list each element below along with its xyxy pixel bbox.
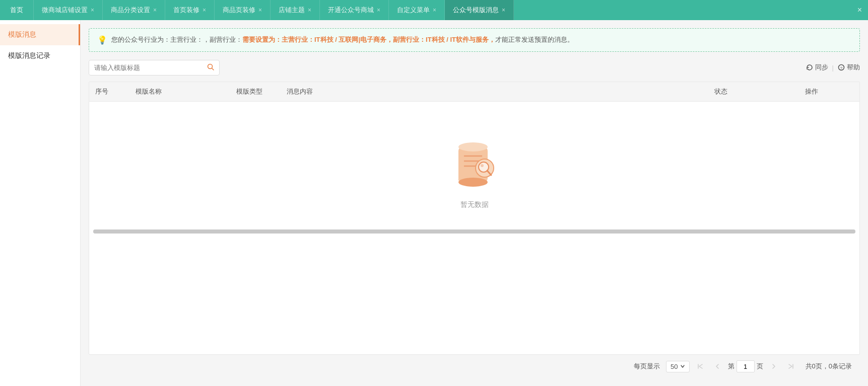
search-input[interactable]: [89, 61, 202, 74]
th-seq: 序号: [89, 82, 129, 101]
page-next-button[interactable]: [767, 360, 780, 373]
content-area: 💡 您的公众号行业为：主营行业：，副营行业：需要设置为：主营行业：IT科技 / …: [81, 20, 868, 386]
nav-tab-home-decor[interactable]: 首页装修 ×: [165, 0, 215, 20]
close-icon[interactable]: ×: [91, 7, 94, 14]
svg-point-14: [481, 164, 484, 167]
sync-icon: [806, 64, 813, 71]
svg-point-6: [458, 142, 488, 151]
nav-tab-micro-shop[interactable]: 微商城店铺设置 ×: [34, 0, 103, 20]
search-actions: 同步 | ? 帮助: [806, 63, 860, 72]
nav-tab-open-mall[interactable]: 开通公众号商城 ×: [320, 0, 389, 20]
horizontal-scrollbar[interactable]: [93, 229, 855, 234]
sidebar: 模版消息 模版消息记录: [0, 20, 81, 386]
close-icon[interactable]: ×: [308, 7, 311, 14]
search-button[interactable]: [202, 60, 219, 75]
empty-state: 暂无数据: [89, 102, 859, 229]
page-current: 第 页: [728, 360, 763, 372]
page-size-select[interactable]: 50: [666, 361, 689, 372]
empty-icon: [444, 132, 505, 192]
nav-tab-shop-theme[interactable]: 店铺主题 ×: [271, 0, 320, 20]
page-first-button[interactable]: [694, 360, 707, 373]
close-icon[interactable]: ×: [502, 7, 505, 14]
page-last-button[interactable]: [784, 360, 797, 373]
chevron-down-icon: [680, 364, 685, 369]
th-action: 操作: [799, 82, 859, 101]
sidebar-item-template-log[interactable]: 模版消息记录: [0, 45, 80, 66]
nav-tab-custom-menu[interactable]: 自定义菜单 ×: [389, 0, 445, 20]
chevron-left-icon: [714, 363, 720, 369]
notice-text: 您的公众号行业为：主营行业：，副营行业：需要设置为：主营行业：IT科技 / 互联…: [111, 35, 574, 45]
close-icon[interactable]: ×: [433, 7, 436, 14]
search-bar: 同步 | ? 帮助: [89, 60, 860, 75]
th-type: 模版类型: [230, 82, 281, 101]
page-size-label: 每页显示: [634, 362, 660, 371]
th-name: 模版名称: [129, 82, 230, 101]
chevron-right-icon: [771, 363, 777, 369]
sidebar-item-template-msg[interactable]: 模版消息: [0, 24, 80, 45]
empty-document-icon: [444, 132, 505, 192]
search-icon: [207, 63, 214, 70]
scrollbar-thumb[interactable]: [93, 229, 855, 234]
svg-text:?: ?: [840, 66, 843, 70]
th-status: 状态: [708, 82, 799, 101]
empty-text: 暂无数据: [460, 200, 489, 209]
help-icon: ?: [838, 64, 845, 71]
close-icon[interactable]: ×: [258, 7, 262, 14]
nav-tab-product-cat[interactable]: 商品分类设置 ×: [103, 0, 165, 20]
search-input-wrap: [89, 60, 220, 75]
page-first-icon: [697, 363, 703, 369]
content-inner: 💡 您的公众号行业为：主营行业：，副营行业：需要设置为：主营行业：IT科技 / …: [81, 20, 868, 386]
table-header: 序号 模版名称 模版类型 消息内容 状态 操作: [89, 82, 859, 102]
pagination: 每页显示 50: [89, 355, 860, 378]
notice-box: 💡 您的公众号行业为：主营行业：，副营行业：需要设置为：主营行业：IT科技 / …: [89, 28, 860, 52]
page-size-value: 50: [671, 363, 678, 370]
page-prev-button[interactable]: [711, 360, 724, 373]
data-table: 序号 模版名称 模版类型 消息内容 状态 操作: [89, 82, 860, 355]
nav-tab-template-msg[interactable]: 公众号模版消息 ×: [445, 0, 514, 20]
page-total: 共0页，0条记录: [806, 362, 852, 371]
nav-tab-product-decor[interactable]: 商品页装修 ×: [215, 0, 271, 20]
page-last-icon: [788, 363, 794, 369]
close-icon[interactable]: ×: [153, 7, 157, 14]
page-number-input[interactable]: [737, 360, 755, 372]
notice-highlight: 需要设置为：主营行业：IT科技 / 互联网|电子商务，副营行业：IT科技 / I…: [242, 36, 495, 43]
nav-home-label: 首页: [10, 6, 23, 15]
main-layout: 模版消息 模版消息记录 💡 您的公众号行业为：主营行业：，副营行业：需要设置为：…: [0, 20, 868, 386]
lightbulb-icon: 💡: [97, 35, 107, 45]
global-close-button[interactable]: ×: [857, 6, 862, 15]
svg-line-1: [212, 68, 214, 70]
sync-button[interactable]: 同步: [806, 63, 828, 72]
close-icon[interactable]: ×: [377, 7, 380, 14]
th-content: 消息内容: [281, 82, 708, 101]
top-nav: 首页 微商城店铺设置 × 商品分类设置 × 首页装修 × 商品页装修 × 店铺主…: [0, 0, 868, 20]
divider: |: [832, 64, 834, 71]
help-button[interactable]: ? 帮助: [838, 63, 860, 72]
svg-point-7: [458, 178, 488, 187]
nav-tab-home[interactable]: 首页: [0, 0, 34, 20]
close-icon[interactable]: ×: [203, 7, 206, 14]
